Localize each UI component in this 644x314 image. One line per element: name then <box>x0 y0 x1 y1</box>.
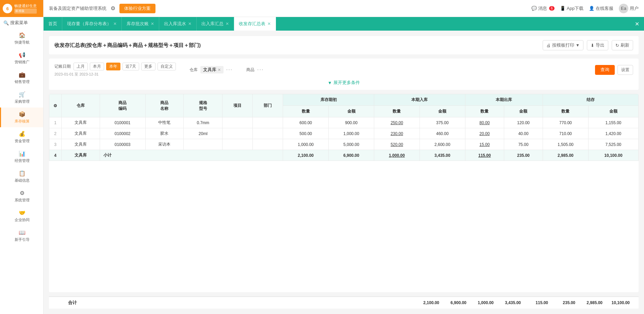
row-closing-amt: 7,525.00 <box>588 139 638 150</box>
tab-summary[interactable]: 出入库汇总 ✕ <box>197 17 234 31</box>
bottom-total-bar: 合计 2,100.00 6,900.00 1,000.00 3,435.00 1… <box>49 296 639 309</box>
logo-title: 畅捷通好生意 <box>14 3 37 8</box>
guide-icon: 📖 <box>19 229 26 236</box>
row-outbound-qty[interactable]: 20.00 <box>465 128 504 139</box>
print-icon: 🖨 <box>546 43 551 48</box>
tab-bar-close-btn[interactable]: ✕ <box>630 21 644 27</box>
print-template-btn[interactable]: 🖨 按模板打印 ▼ <box>543 40 583 50</box>
date-btn-this-year[interactable]: 本年 <box>106 63 120 70</box>
tab-receive-send[interactable]: 收发存汇总表 ✕ <box>234 17 276 31</box>
row-dept <box>253 128 283 139</box>
row-inbound-amt: 460.00 <box>419 128 465 139</box>
row-inbound-amt: 2,600.00 <box>419 139 465 150</box>
tab-close-receive-send[interactable]: ✕ <box>267 21 271 26</box>
col-settings[interactable]: ⚙ <box>49 94 62 117</box>
main-area: 装备及固定资产辅助管理系统 ⚙ 体验行业方案 💬 消息 6 📱 App下载 👤 … <box>44 0 644 314</box>
tab-close-summary[interactable]: ✕ <box>226 21 229 26</box>
sidebar-item-guide[interactable]: 📖 新手引导 <box>0 226 43 246</box>
message-icon: 💬 <box>531 6 537 11</box>
row-dept <box>253 139 283 150</box>
sidebar-item-quick-nav[interactable]: 🏠 快捷导航 <box>0 29 43 48</box>
export-icon: ⬇ <box>591 43 594 48</box>
sidebar-item-search[interactable]: 🔍 搜索菜单 <box>0 17 43 29</box>
sidebar-item-system[interactable]: ⚙ 系统管理 <box>0 186 43 206</box>
expand-more-btn[interactable]: ▼ 展开更多条件 <box>328 80 360 86</box>
sidebar-item-collab[interactable]: 🤝 企业协同 <box>0 206 43 226</box>
refresh-btn[interactable]: ↻ 刷新 <box>612 40 633 50</box>
col-dept: 部门 <box>253 94 283 117</box>
date-btn-last-month[interactable]: 上月 <box>73 63 88 70</box>
date-range: 2023-01-01 至 2023-12-31 <box>54 72 176 77</box>
sidebar-item-base-info[interactable]: 📋 基础信息 <box>0 167 43 186</box>
sidebar-item-finance[interactable]: 💰 资金管理 <box>0 127 43 147</box>
avatar: Ea <box>619 4 628 13</box>
col-group-outbound: 本期出库 <box>465 94 543 106</box>
sidebar-item-sales[interactable]: 💼 销售管理 <box>0 68 43 88</box>
row-goods-code: 0100003 <box>100 139 145 150</box>
col-group-opening: 库存期初 <box>283 94 374 106</box>
row-project <box>222 117 253 128</box>
total-closing-amt: 10,100.00 <box>606 300 633 305</box>
row-outbound-qty[interactable]: 80.00 <box>465 117 504 128</box>
row-inbound-qty[interactable]: 250.00 <box>374 117 420 128</box>
page-title-actions: 🖨 按模板打印 ▼ ⬇ 导出 ↻ 刷新 <box>543 40 633 50</box>
row-opening-amt: 900.00 <box>329 117 374 128</box>
warehouse-more-btn[interactable]: ··· <box>226 67 233 73</box>
inventory-icon: 📦 <box>19 111 26 117</box>
date-filter: 记账日期 上月 本月 本年 近7天 更多 自定义 2023-01-01 至 20… <box>54 63 176 77</box>
tab-home[interactable]: 首页 <box>44 17 62 31</box>
export-btn[interactable]: ⬇ 导出 <box>587 40 608 50</box>
total-outbound-qty: 115.00 <box>524 300 551 305</box>
row-inbound-qty[interactable]: 230.00 <box>374 128 420 139</box>
subtotal-label: 小计 <box>100 150 283 161</box>
subtotal-outbound-qty[interactable]: 115.00 <box>465 150 504 161</box>
tab-close-flow[interactable]: ✕ <box>188 21 192 26</box>
date-btn-custom[interactable]: 自定义 <box>158 63 176 70</box>
expand-icon: ▼ <box>328 80 332 85</box>
app-download-btn[interactable]: 📱 App下载 <box>560 5 583 12</box>
subtotal-inbound-qty[interactable]: 1,000.00 <box>374 150 420 161</box>
date-btn-7days[interactable]: 近7天 <box>122 63 139 70</box>
experience-btn[interactable]: 体验行业方案 <box>119 4 155 13</box>
tab-close-batch[interactable]: ✕ <box>151 21 154 26</box>
goods-filter: 商品 ··· <box>246 67 264 73</box>
col-outbound-qty: 数量 <box>465 106 504 117</box>
date-btn-more[interactable]: 更多 <box>141 63 155 70</box>
tab-batch[interactable]: 库存批次账 ✕ <box>122 17 159 31</box>
tab-stock-dist[interactable]: 现存量（库存分布表） ✕ <box>62 17 122 31</box>
header-right: 💬 消息 6 📱 App下载 👤 在线客服 Ea 用户 <box>531 4 639 13</box>
subtotal-opening-amt: 6,900.00 <box>329 150 374 161</box>
row-closing-amt: 1,420.00 <box>588 128 638 139</box>
col-group-closing: 结存 <box>543 94 638 106</box>
user-info[interactable]: Ea 用户 <box>619 4 639 13</box>
date-shortcuts: 上月 本月 本年 近7天 更多 自定义 <box>73 63 176 70</box>
message-btn[interactable]: 💬 消息 6 <box>531 5 555 12</box>
col-warehouse: 仓库 <box>62 94 100 117</box>
goods-more-btn[interactable]: ··· <box>257 67 264 73</box>
sidebar-item-operations[interactable]: 📊 经营管理 <box>0 147 43 167</box>
tab-close-stock-dist[interactable]: ✕ <box>113 21 117 26</box>
col-inbound-qty: 数量 <box>374 106 420 117</box>
sidebar-item-marketing[interactable]: 📢 营销推广 <box>0 48 43 68</box>
sidebar-item-purchase[interactable]: 🛒 采购管理 <box>0 88 43 108</box>
row-dept <box>253 117 283 128</box>
page-title: 收发存汇总表(按仓库＋商品编码＋商品＋规格型号＋项目＋部门) <box>54 42 201 49</box>
query-btn[interactable]: 查询 <box>595 65 615 75</box>
row-closing-qty: 770.00 <box>543 117 588 128</box>
row-outbound-qty[interactable]: 15.00 <box>465 139 504 150</box>
row-inbound-qty[interactable]: 520.00 <box>374 139 420 150</box>
tab-flow[interactable]: 出入库流水 ✕ <box>159 17 197 31</box>
row-opening-qty: 500.00 <box>283 128 329 139</box>
base-info-icon: 📋 <box>19 170 26 177</box>
row-goods-spec: 0.7mm <box>184 117 222 128</box>
row-no: 3 <box>49 139 62 150</box>
row-inbound-amt: 375.00 <box>419 117 465 128</box>
col-goods-name: 商品名称 <box>145 94 184 117</box>
online-service-btn[interactable]: 👤 在线客服 <box>589 5 613 12</box>
subtotal-row: 4 文具库 小计 2,100.00 6,900.00 1,000.00 3,43… <box>49 150 639 161</box>
settings-icon[interactable]: ⚙ <box>111 5 115 12</box>
warehouse-tag-close[interactable]: ✕ <box>218 68 221 72</box>
filter-settings-btn[interactable]: 设置 <box>617 65 633 75</box>
sidebar-item-inventory[interactable]: 📦 库存核算 <box>0 108 43 127</box>
date-btn-this-month[interactable]: 本月 <box>90 63 104 70</box>
